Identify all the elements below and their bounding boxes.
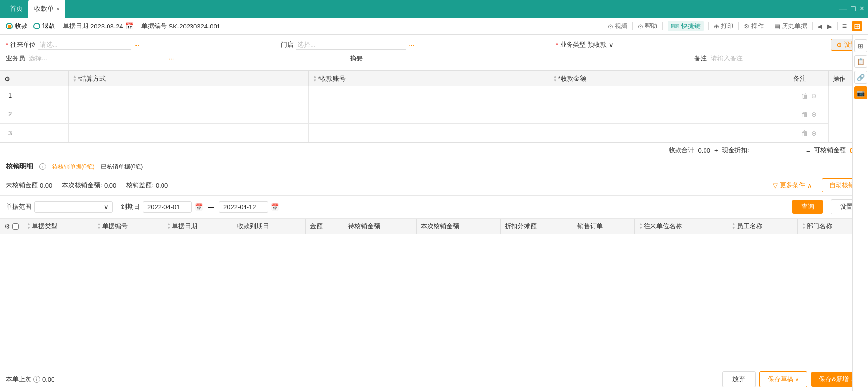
table-gear-icon[interactable]: ⚙ [4, 223, 10, 230]
calendar-to-icon[interactable]: 📅 [271, 203, 279, 211]
th-note: 备注 [789, 71, 829, 86]
calendar-icon[interactable]: 📅 [125, 22, 134, 30]
counterparty-input[interactable] [38, 40, 131, 50]
amount-cell[interactable] [309, 86, 549, 105]
plus-label: + [714, 147, 718, 154]
account-cell[interactable] [69, 86, 309, 105]
sidebar-camera-icon[interactable]: 📷 [854, 86, 867, 99]
th-bill-type: ▲▼ 单据类型 [23, 219, 93, 234]
business-type-dropdown-icon[interactable]: ∨ [609, 41, 614, 49]
amount-cell[interactable] [309, 105, 549, 124]
staff-input[interactable] [27, 54, 166, 63]
more-conditions-label: 更多条件 [780, 181, 805, 190]
shortcut-action[interactable]: ⌨ 快捷键 [668, 21, 704, 31]
note-label: 备注 [694, 54, 707, 63]
more-conditions[interactable]: ▽ 更多条件 ∧ [773, 181, 812, 190]
abandon-button[interactable]: 放弃 [722, 371, 756, 387]
settle-cell[interactable] [20, 124, 69, 142]
save-draft-button[interactable]: 保存草稿 ∧ [760, 371, 807, 387]
store-input[interactable] [296, 40, 406, 50]
note-cell[interactable] [549, 105, 789, 124]
row-num-cell: 2 [0, 105, 20, 124]
bill-date-label: 单据日期 [63, 22, 88, 30]
receipt-radio-circle [6, 23, 13, 29]
reconcile-info-icon[interactable]: i [39, 163, 46, 170]
amount-cell[interactable] [309, 124, 549, 142]
bill-date-value: 2023-03-24 [90, 23, 123, 30]
note-cell[interactable] [549, 86, 789, 105]
cash-discount-input[interactable] [753, 146, 802, 154]
sidebar-link-icon[interactable]: 🔗 [854, 71, 867, 84]
this-doc-info-icon[interactable]: ℹ [33, 376, 40, 383]
th-account: ▲▼ *收款账号 [309, 71, 549, 86]
note-cell[interactable] [549, 124, 789, 142]
home-tab[interactable]: 首页 [4, 0, 28, 18]
copy-row-icon[interactable]: ⊕ [811, 92, 817, 100]
shortcut-label: 快捷键 [681, 22, 701, 30]
query-button[interactable]: 查询 [792, 200, 823, 214]
copy-row-icon[interactable]: ⊕ [811, 129, 817, 137]
bottom-table: ⚙ ▲▼ 单据类型 ▲▼ [0, 219, 868, 234]
pending-tab[interactable]: 待核销单据(0笔) [52, 163, 95, 171]
staff-more-icon[interactable]: ··· [169, 55, 174, 62]
range-dropdown-icon: ∨ [104, 203, 108, 211]
summary-input[interactable] [365, 54, 518, 63]
th-amount: ▲▼ *收款金额 [549, 71, 789, 86]
date-to-input[interactable] [219, 201, 268, 213]
operation-action[interactable]: ⚙ 操作 [744, 22, 764, 30]
staff-label: 业务员 [6, 54, 25, 63]
account-cell[interactable] [69, 124, 309, 142]
delete-row-icon[interactable]: 🗑 [801, 111, 808, 118]
refund-radio-label: 退款 [42, 22, 55, 30]
minimize-icon[interactable]: — [839, 4, 847, 13]
filter-icon: ▽ [773, 182, 778, 189]
note-input[interactable] [709, 54, 862, 63]
window-close-icon[interactable]: × [860, 4, 864, 13]
next-record-icon[interactable]: ▶ [827, 23, 832, 30]
save-draft-label: 保存草稿 [768, 375, 793, 384]
ops-cell: 🗑 ⊕ [789, 124, 829, 142]
sidebar-doc-icon[interactable]: 📋 [854, 55, 867, 68]
copy-row-icon[interactable]: ⊕ [811, 111, 817, 118]
receipt-radio[interactable]: 收款 [6, 22, 27, 30]
grid-view-icon[interactable]: ⊞ [852, 21, 862, 31]
sidebar-table-icon[interactable]: ⊞ [854, 39, 867, 52]
collect-total-value: 0.00 [698, 147, 710, 154]
history-action[interactable]: ▤ 历史单据 [774, 22, 807, 30]
receipt-tab[interactable]: 收款单 × [28, 0, 65, 18]
settle-cell[interactable] [20, 105, 69, 124]
date-from-input[interactable] [143, 201, 192, 213]
filter-row: 单据范围 ∨ 到期日 📅 — 📅 查询 设置 [0, 196, 868, 219]
business-type-field: * 业务类型 预收款 ∨ [556, 40, 689, 49]
account-cell[interactable] [69, 105, 309, 124]
calendar-from-icon[interactable]: 📅 [195, 203, 203, 211]
operation-label: 操作 [751, 22, 764, 30]
delete-row-icon[interactable]: 🗑 [801, 129, 808, 137]
equal-label: = [806, 147, 810, 154]
done-tab[interactable]: 已核销单据(0笔) [101, 163, 143, 171]
business-type-value: 预收款 [588, 40, 607, 49]
summary-label: 摘要 [350, 54, 363, 63]
print-action[interactable]: ⊕ 打印 [714, 22, 733, 30]
range-select[interactable]: ∨ [34, 201, 113, 213]
history-icon: ▤ [774, 23, 780, 30]
table-settings-header[interactable]: ⚙ [0, 71, 20, 86]
save-draft-arrow-icon: ∧ [795, 377, 799, 382]
maximize-icon[interactable]: □ [851, 4, 856, 13]
list-view-icon[interactable]: ≡ [842, 22, 847, 30]
video-action[interactable]: ⊙ 视频 [608, 22, 627, 30]
video-icon: ⊙ [608, 23, 613, 30]
summary-field: 摘要 [350, 54, 518, 63]
store-more-icon[interactable]: ··· [409, 41, 414, 49]
prev-record-icon[interactable]: ◀ [817, 23, 822, 30]
settle-cell[interactable] [20, 86, 69, 105]
select-all-checkbox[interactable] [12, 223, 19, 230]
counterparty-more-icon[interactable]: ··· [134, 41, 139, 49]
delete-row-icon[interactable]: 🗑 [801, 92, 808, 100]
help-action[interactable]: ⊙ 帮助 [638, 22, 657, 30]
history-label: 历史单据 [782, 22, 807, 30]
refund-radio[interactable]: 退款 [33, 22, 55, 30]
th-checkbox-col: ⚙ [0, 219, 23, 234]
top-nav: 首页 收款单 × — □ × [0, 0, 868, 18]
close-tab-icon[interactable]: × [56, 6, 59, 12]
